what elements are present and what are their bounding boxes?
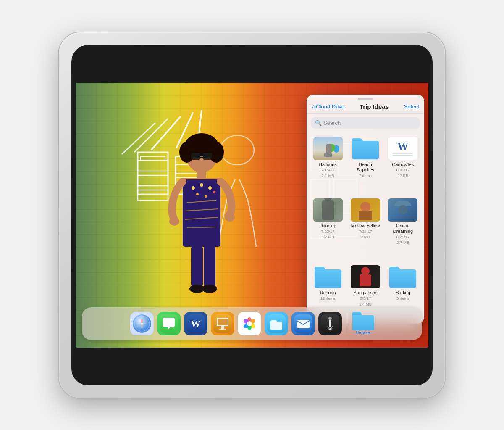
svg-rect-42 <box>191 245 203 288</box>
svg-rect-24 <box>191 153 200 160</box>
file-item-mellow-yellow[interactable]: Mellow Yellow 7/22/17 2 MB <box>347 195 383 260</box>
svg-rect-25 <box>203 153 212 160</box>
file-meta-sunglasses-size: 2.4 MB <box>359 302 372 307</box>
file-meta-ocean-date: 8/21/17 <box>396 235 410 240</box>
svg-point-33 <box>196 193 199 195</box>
svg-rect-58 <box>221 326 224 329</box>
dock-app-mail[interactable] <box>291 312 315 335</box>
panel-header: ‹ iCloud Drive Trip Ideas Select <box>307 101 424 114</box>
file-meta-balloons-date: 7/15/17 <box>321 168 335 173</box>
wallpaper: ‹ iCloud Drive Trip Ideas Select 🔍 Searc… <box>76 83 428 348</box>
file-item-balloons[interactable]: Balloons 7/15/17 2.1 MB <box>310 134 346 193</box>
mail-icon <box>294 314 312 333</box>
file-item-campsites[interactable]: W Campsites 8/21/17 12 KB <box>385 134 421 193</box>
svg-rect-43 <box>204 245 215 288</box>
svg-point-40 <box>169 217 179 226</box>
svg-rect-59 <box>219 329 226 330</box>
back-label: iCloud Drive <box>315 103 344 110</box>
dock-app-files[interactable] <box>265 312 288 335</box>
svg-point-34 <box>205 195 207 198</box>
person-figure <box>132 123 271 308</box>
svg-point-31 <box>200 183 203 187</box>
file-name-campsites: Campsites <box>392 162 414 167</box>
panel-drag-handle <box>358 98 373 100</box>
icloud-panel: ‹ iCloud Drive Trip Ideas Select 🔍 Searc… <box>307 95 424 324</box>
ipad-shell: ‹ iCloud Drive Trip Ideas Select 🔍 Searc… <box>59 32 445 398</box>
dock-app-messages[interactable] <box>157 312 181 335</box>
file-meta-mellow-size: 2 MB <box>361 235 370 240</box>
person-photo <box>132 123 271 308</box>
svg-point-45 <box>202 285 217 293</box>
svg-text:W: W <box>191 318 201 329</box>
file-meta-beach: 7 items <box>359 173 372 178</box>
dock-app-safari[interactable] <box>130 312 154 335</box>
file-name-ocean: Ocean Dreaming <box>387 223 419 234</box>
file-meta-mellow-date: 7/22/17 <box>359 229 372 234</box>
files-icon <box>267 314 286 333</box>
file-thumb-beach-supplies <box>351 137 380 160</box>
messages-icon <box>160 314 178 333</box>
file-meta-resorts: 12 items <box>320 296 336 301</box>
browse-label: Browse <box>356 330 370 335</box>
file-thumb-campsites: W <box>388 137 417 160</box>
file-thumb-sunglasses <box>351 265 380 288</box>
file-name-mellow: Mellow Yellow <box>351 223 380 229</box>
dock-app-word[interactable]: W <box>184 312 207 335</box>
search-placeholder: Search <box>323 120 341 126</box>
ipad-screen: ‹ iCloud Drive Trip Ideas Select 🔍 Searc… <box>76 83 428 348</box>
dock-app-photos[interactable] <box>238 312 261 335</box>
dock-app-keynote[interactable] <box>211 312 234 335</box>
ipad-bezel: ‹ iCloud Drive Trip Ideas Select 🔍 Searc… <box>71 45 433 385</box>
folder-icon-resorts <box>315 266 341 288</box>
svg-point-32 <box>208 186 212 190</box>
file-item-ocean-dreaming[interactable]: Ocean Dreaming 8/21/17 2.7 MB <box>385 195 421 260</box>
file-meta-campsites-size: 12 KB <box>397 173 408 178</box>
file-meta-surfing: 5 items <box>396 296 410 301</box>
svg-point-35 <box>213 191 215 193</box>
file-thumb-mellow <box>351 198 380 222</box>
select-button[interactable]: Select <box>404 103 419 110</box>
files-grid: Balloons 7/15/17 2.1 MB <box>307 132 424 324</box>
file-thumb-ocean <box>388 198 417 222</box>
svg-rect-57 <box>218 319 228 325</box>
file-meta-sunglasses-date: 8/3/17 <box>360 296 371 301</box>
photos-icon <box>240 314 259 333</box>
file-meta-ocean-size: 2.7 MB <box>396 240 409 245</box>
svg-point-30 <box>192 186 195 190</box>
file-item-dancing[interactable]: Dancing 7/22/17 5.7 MB <box>310 195 346 260</box>
dock-divider <box>347 313 347 334</box>
svg-rect-29 <box>183 179 220 247</box>
search-bar[interactable]: 🔍 Search <box>311 117 420 129</box>
dock-app-pencil[interactable] <box>318 312 342 335</box>
browse-folder-icon <box>352 312 374 330</box>
folder-icon-surfing <box>389 266 416 288</box>
panel-title: Trip Ideas <box>344 103 404 110</box>
svg-point-41 <box>225 213 235 222</box>
search-icon: 🔍 <box>315 120 321 126</box>
dock: W <box>82 307 422 340</box>
file-meta-campsites-date: 8/21/17 <box>396 168 410 173</box>
safari-icon <box>133 314 151 333</box>
file-name-dancing: Dancing <box>319 223 336 229</box>
svg-point-74 <box>328 317 332 320</box>
file-thumb-resorts <box>313 265 343 288</box>
word-icon: W <box>186 314 205 333</box>
back-chevron-icon: ‹ <box>312 103 314 110</box>
file-meta-dancing-size: 5.7 MB <box>322 235 334 240</box>
file-item-beach-supplies[interactable]: BeachSupplies 7 items <box>347 134 383 193</box>
keynote-icon <box>213 314 232 333</box>
pencil-app-icon <box>321 314 339 333</box>
folder-icon-beach <box>352 137 379 159</box>
file-thumb-dancing <box>313 198 343 222</box>
file-meta-dancing-date: 7/22/17 <box>321 229 335 234</box>
back-button[interactable]: ‹ iCloud Drive <box>312 103 344 110</box>
file-meta-balloons-size: 2.1 MB <box>322 173 334 178</box>
file-name-sunglasses: Sunglasses <box>354 290 378 295</box>
svg-point-67 <box>247 321 252 326</box>
file-thumb-balloons <box>313 137 343 160</box>
file-name-resorts: Resorts <box>320 290 336 295</box>
file-name-balloons: Balloons <box>319 162 337 167</box>
svg-point-51 <box>141 323 143 324</box>
file-name-beach: BeachSupplies <box>357 162 374 173</box>
dock-browse[interactable]: Browse <box>352 312 374 335</box>
